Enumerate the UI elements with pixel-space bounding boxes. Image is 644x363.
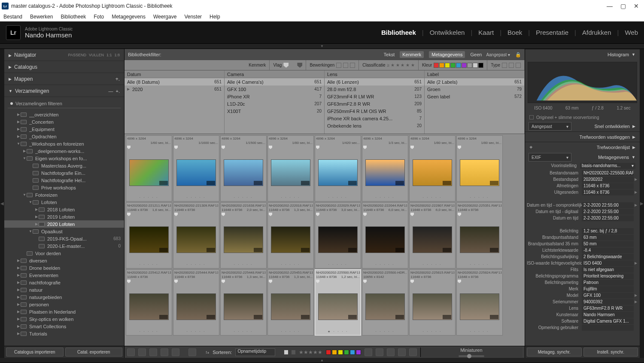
thumbnail-cell[interactable]: NH20200202-225412.RAF11648 x 873611648 x…: [126, 269, 172, 336]
metacol-row[interactable]: Alle (8 Datums)651: [125, 78, 224, 85]
meta-field-value[interactable]: 2 Belichtingswaarde: [582, 254, 634, 260]
thumbsize-slider[interactable]: [459, 355, 484, 357]
thumbnail-cell[interactable]: NH20200202-221638.RAF11648 x 873611648 x…: [220, 202, 267, 268]
meta-field-value[interactable]: GFX 100: [582, 293, 634, 299]
tree-item[interactable]: ▶_deelgenomen-works...: [4, 147, 124, 155]
compare-view-icon[interactable]: [149, 348, 157, 356]
loupe-view-icon[interactable]: [138, 348, 146, 356]
flag-rejected-icon[interactable]: [297, 63, 302, 68]
flag-icon[interactable]: [284, 350, 288, 354]
meta-field-value[interactable]: 50 mm: [582, 241, 634, 247]
metacol-row[interactable]: Alle (6 Lenzen)651: [325, 78, 424, 85]
maximize-button[interactable]: ▢: [620, 3, 626, 9]
tree-item[interactable]: ▶Evenementen: [4, 271, 124, 279]
thumbnail-cell[interactable]: NH20200202-225351.RAF11648 x 873611648 x…: [456, 202, 503, 268]
meta-field-value[interactable]: -8.4: [582, 247, 634, 253]
menu-bestand[interactable]: Bestand: [3, 14, 22, 20]
tree-item[interactable]: Masterclass Auverg...: [4, 162, 124, 169]
nav-zoom-option[interactable]: 1:1: [106, 53, 112, 57]
meta-field-action-icon[interactable]: ▶: [634, 190, 638, 194]
meta-field-value[interactable]: 2-2-2020 22:55:00: [582, 215, 634, 221]
tree-item[interactable]: ▶diversen: [4, 257, 124, 264]
add-folder-icon[interactable]: +.: [115, 76, 120, 82]
menu-metagegevens[interactable]: Metagegevens: [112, 14, 146, 20]
add-keyword-icon[interactable]: +: [529, 144, 533, 150]
filter-tab-geen[interactable]: Geen: [470, 52, 482, 57]
meta-field-value[interactable]: 11648 x 8736: [582, 183, 634, 189]
thumbnail-cell[interactable]: NH20200202-221211.RAF11648 x 873611648 x…: [126, 202, 172, 268]
meta-field-action-icon[interactable]: ▶: [634, 261, 638, 265]
filter-preset[interactable]: Aangepast ▾: [486, 52, 510, 57]
module-bibliotheek[interactable]: Bibliotheek: [381, 29, 416, 36]
nav-prev-icon[interactable]: [387, 348, 395, 356]
thumbnail-cell[interactable]: NH20200202-225444.RAF11648 x 873611648 x…: [173, 269, 219, 336]
meta-field-value[interactable]: Digital Camera GFX 1...: [582, 318, 634, 324]
thumbnail-cell[interactable]: NH20200202-225500.RAF11648 x 873611648 x…: [315, 269, 361, 336]
keyword-list-header[interactable]: +Trefwoordenlijst▶: [525, 142, 640, 152]
flag-picked-icon[interactable]: [283, 63, 289, 68]
painter-icon[interactable]: [188, 348, 196, 356]
metacol-row[interactable]: GF63mmF2.8 R WR209: [325, 100, 424, 107]
tree-item[interactable]: ▶natuur: [4, 286, 124, 293]
module-web[interactable]: Web: [625, 29, 638, 36]
rating-stars[interactable]: ★★★★★: [299, 349, 322, 355]
thumbnail-cell[interactable]: 4896 x 32641/80 sec, bi...· · · · ·: [456, 135, 503, 201]
color-filter-swatch[interactable]: [478, 63, 483, 68]
metacol-row[interactable]: GF250mmF4 R LM OIS WR85: [325, 107, 424, 115]
histogram[interactable]: [528, 62, 637, 103]
grid-view-icon[interactable]: [127, 348, 135, 356]
metacol-row[interactable]: GFX 100417: [225, 85, 324, 93]
metacol-row[interactable]: X100T20: [225, 107, 324, 115]
tree-item[interactable]: Voor derden: [4, 250, 124, 257]
module-presentatie[interactable]: Presentatie: [536, 29, 568, 36]
thumbnail-cell[interactable]: NH20200202-222018.RAF11648 x 873611648 x…: [267, 202, 314, 268]
metacol-header[interactable]: Datum: [125, 70, 224, 78]
tree-item[interactable]: ▶_Equipment: [4, 125, 124, 133]
color-label-swatch[interactable]: [326, 350, 331, 355]
collections-filter-input[interactable]: Verzamelingen filteren: [8, 99, 121, 108]
tree-item[interactable]: Nachtfotografie Ein...: [4, 169, 124, 177]
tree-item[interactable]: ▶natuurgebieden: [4, 293, 124, 301]
flag-unflagged-icon[interactable]: [290, 63, 295, 68]
meta-field-action-icon[interactable]: ▶: [634, 203, 638, 207]
tree-item[interactable]: ▶Sky-optics en wolken: [4, 315, 124, 323]
thumbnail-cell[interactable]: 4896 x 32641/1600 sec...· · · · ·: [173, 135, 219, 201]
meta-field-value[interactable]: Fujifilm: [582, 286, 634, 292]
lock-icon[interactable]: 🔒: [515, 52, 521, 58]
thumbnail-grid[interactable]: 4896 x 32641/60 sec, bi...· · · · ·4896 …: [125, 134, 525, 346]
tree-item[interactable]: ▶nachtfotografie: [4, 279, 124, 286]
meta-field-value[interactable]: GF63mmF2.8 R WR: [582, 305, 634, 311]
tree-item[interactable]: ▶Tutorials: [4, 330, 124, 337]
tree-item[interactable]: ▶Drone beelden: [4, 264, 124, 271]
thumbnail-cell[interactable]: NH20200202-222807.RAF11648 x 873611648 x…: [409, 202, 456, 268]
tree-item[interactable]: ▼Opaalkust: [4, 228, 124, 235]
folders-header[interactable]: ▶Mappen +.: [4, 73, 124, 85]
quickdev-header[interactable]: Snel ontwikkelen▶: [575, 121, 640, 131]
color-label-swatch[interactable]: [356, 350, 361, 355]
color-label-swatch[interactable]: [338, 350, 343, 355]
catalog-header[interactable]: ▶Catalogus: [4, 61, 124, 73]
tree-item[interactable]: ▶Plaatsen in Nederland: [4, 308, 124, 315]
thumbnail-cell[interactable]: 4896 x 32641/3 sec, bi...· · · · ·: [362, 135, 408, 201]
menubar[interactable]: BestandBewerkenBibliotheekFotoMetagegeve…: [0, 12, 644, 21]
tree-item[interactable]: 2020-LE-master...0: [4, 242, 124, 250]
meta-field-value[interactable]: 63 mm: [582, 235, 634, 241]
sort-direction-icon[interactable]: ↕ₐ: [205, 350, 209, 354]
rotate-cw-icon[interactable]: [376, 348, 383, 356]
bottom-panel-toggle[interactable]: ▲: [0, 358, 644, 363]
thumbnail-cell[interactable]: NH20200202-225815.RAF11648 x 873611648 x…: [409, 269, 456, 336]
meta-field-value[interactable]: [582, 222, 634, 228]
tree-item[interactable]: ▼Fotoreizen: [4, 191, 124, 198]
color-label-swatch[interactable]: [344, 350, 349, 355]
thumbnail-cell[interactable]: 4896 x 32641/60 sec, bi...· · · · ·: [126, 135, 172, 201]
metadata-view-select[interactable]: EXIF▾: [529, 153, 571, 162]
edit-filter-icon[interactable]: [343, 63, 348, 68]
module-kaart[interactable]: Kaart: [478, 29, 494, 36]
thumbnail-cell[interactable]: NH20200202-222044.RAF11648 x 873611648 x…: [362, 202, 408, 268]
tree-item[interactable]: ▼Lofoten: [4, 198, 124, 206]
menu-venster[interactable]: Venster: [184, 14, 202, 20]
nav-next-icon[interactable]: [398, 348, 406, 356]
metacol-row[interactable]: ▶2020651: [125, 85, 224, 93]
meta-field-value[interactable]: NH20200202-225500.RAF: [582, 170, 634, 176]
nav-zoom-option[interactable]: PASSEND: [68, 53, 86, 57]
